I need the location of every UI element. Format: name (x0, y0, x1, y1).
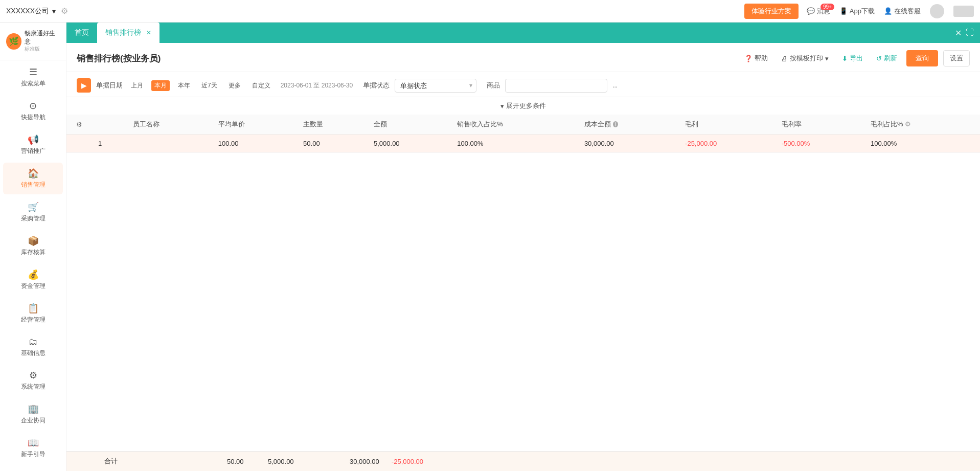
page-header: 销售排行榜(按业务员) ❓ 帮助 🖨 按模板打印 ▾ ⬇ (66, 43, 980, 72)
tab-sales-ranking[interactable]: 销售排行榜 ✕ (97, 23, 159, 43)
cell-rank: 1 (92, 134, 127, 153)
system-icon: ⚙ (29, 370, 37, 381)
tab-home[interactable]: 首页 (66, 23, 97, 43)
sidebar-item-inventory[interactable]: 📦 库存核算 (3, 230, 63, 262)
filter-row-date: ▶ 单据日期 上月 本月 本年 近7天 更多 自定义 2023-06-01 至 … (77, 78, 353, 93)
filter-toggle-btn[interactable]: ▶ (77, 78, 91, 93)
col-settings-icon: ⚙ (76, 121, 82, 128)
page-header-actions: ❓ 帮助 🖨 按模板打印 ▾ ⬇ 导出 ↺ (740, 50, 970, 66)
cell-qty: 50.00 (297, 134, 368, 153)
app-download-btn[interactable]: 📱 App下载 (839, 7, 875, 16)
tab-restore-icon[interactable]: ⛶ (966, 28, 974, 37)
footer-total-label: 合计 (98, 457, 139, 466)
logo-text: 畅康通好生意 (25, 30, 60, 46)
basic-info-icon: 🗂 (29, 337, 38, 347)
finance-icon: 💰 (28, 269, 39, 280)
date-option-custom[interactable]: 自定义 (249, 80, 274, 91)
print-btn[interactable]: 🖨 按模板打印 ▾ (777, 52, 833, 65)
sidebar-item-purchase[interactable]: 🛒 采购管理 (3, 196, 63, 228)
sidebar-item-finance[interactable]: 💰 资金管理 (3, 264, 63, 296)
tab-bar: 首页 销售排行榜 ✕ ✕ ⛶ (66, 23, 980, 43)
cell-gross-rate: -500.00% (776, 134, 864, 153)
sidebar-item-system[interactable]: ⚙ 系统管理 (3, 365, 63, 396)
sidebar-item-marketing[interactable]: 📢 营销推广 (3, 129, 63, 161)
tab-bar-actions: ✕ ⛶ (955, 28, 980, 38)
date-option-7days[interactable]: 近7天 (198, 80, 220, 91)
goods-input[interactable] (505, 79, 607, 93)
export-btn[interactable]: ⬇ 导出 (838, 52, 867, 65)
table-row: 1 100.00 50.00 5,000.00 100.00% 30,000.0… (66, 134, 980, 153)
company-selector[interactable]: XXXXXX公司 ▾ (6, 7, 56, 16)
filter-more-btn[interactable]: ... (612, 82, 618, 89)
date-filter-label: 单据日期 (96, 81, 123, 90)
sidebar-item-label: 采购管理 (21, 214, 45, 223)
col-avg-price: 平均单价 (212, 115, 297, 134)
col-amount: 全额 (368, 115, 451, 134)
cell-settings (66, 134, 92, 153)
col-gross: 毛利 (679, 115, 776, 134)
tab-close-all-icon[interactable]: ✕ (955, 28, 962, 38)
query-btn[interactable]: 查询 (906, 50, 938, 66)
top-bar-right: 💬 消息 99+ 📱 App下载 👤 在线客服 (807, 4, 974, 18)
date-option-last-month[interactable]: 上月 (128, 80, 146, 91)
message-icon: 💬 (807, 7, 815, 15)
gear-icon[interactable]: ⚙ (61, 7, 68, 15)
cell-cost: 30,000.00 (578, 134, 679, 153)
sidebar-item-sales[interactable]: 🏠 销售管理 (3, 163, 63, 194)
cell-avg-price: 100.00 (212, 134, 297, 153)
user-name-placeholder (953, 6, 974, 17)
footer-amount: 5,000.00 (262, 458, 303, 465)
expand-icon: ▾ (500, 102, 504, 110)
date-option-more[interactable]: 更多 (225, 80, 244, 91)
date-option-this-month[interactable]: 本月 (151, 80, 170, 91)
service-icon: 👤 (884, 7, 892, 15)
status-select[interactable]: 单据状态 (395, 79, 476, 93)
data-table: ⚙ 员工名称 平均单价 主数量 全额 销售收入占比% 成本全额 i 毛利 毛 (66, 115, 980, 153)
sidebar-item-label: 搜索菜单 (21, 79, 45, 88)
col-gross-pct-settings-icon[interactable]: ⚙ (905, 120, 911, 128)
quick-nav-icon: ⊙ (29, 100, 37, 111)
tab-close-icon[interactable]: ✕ (146, 29, 151, 36)
help-icon: ❓ (744, 55, 753, 62)
sidebar-item-operations[interactable]: 📋 经营管理 (3, 298, 63, 329)
sidebar-item-enterprise-collab[interactable]: 🏢 企业协同 (3, 398, 63, 430)
sidebar-item-label: 资金管理 (21, 282, 45, 290)
col-rank (92, 115, 127, 134)
page-content: 销售排行榜(按业务员) ❓ 帮助 🖨 按模板打印 ▾ ⬇ (66, 43, 980, 471)
status-filter-label: 单据状态 (363, 81, 390, 90)
settings-btn[interactable]: 设置 (943, 50, 970, 66)
sales-icon: 🏠 (28, 168, 39, 179)
help-btn[interactable]: ❓ 帮助 (740, 52, 772, 65)
industry-btn[interactable]: 体验行业方案 (744, 4, 799, 19)
online-service-btn[interactable]: 👤 在线客服 (884, 7, 921, 16)
footer-qty: 50.00 (221, 458, 262, 465)
marketing-icon: 📢 (28, 134, 39, 145)
refresh-btn[interactable]: ↺ 刷新 (872, 52, 901, 65)
sidebar: 🌿 畅康通好生意 标准版 ☰ 搜索菜单 ⊙ 快捷导航 📢 营销推广 🏠 销售管理… (0, 23, 66, 471)
message-btn[interactable]: 💬 消息 99+ (807, 7, 830, 16)
date-range: 2023-06-01 至 2023-06-30 (281, 81, 353, 90)
sidebar-item-app-center[interactable]: 📱 应用中心 (3, 466, 63, 471)
service-label: 在线客服 (894, 7, 921, 16)
col-settings[interactable]: ⚙ (66, 115, 92, 134)
col-gross-pct: 毛利占比% ⚙ (864, 115, 980, 134)
sidebar-item-label: 营销推广 (21, 147, 45, 155)
print-icon: 🖨 (781, 55, 788, 62)
inventory-icon: 📦 (28, 235, 39, 246)
avatar[interactable] (930, 4, 944, 18)
sidebar-item-quick-nav[interactable]: ⊙ 快捷导航 (3, 95, 63, 127)
page-title: 销售排行榜(按业务员) (77, 53, 161, 64)
sidebar-item-guide[interactable]: 📖 新手引导 (3, 432, 63, 464)
footer-gross: -25,000.00 (385, 458, 429, 465)
cell-gross-pct: 100.00% (864, 134, 980, 153)
col-employee: 员工名称 (127, 115, 212, 134)
sidebar-item-basic-info[interactable]: 🗂 基础信息 (3, 331, 63, 363)
expand-conditions-btn[interactable]: ▾ 展开更多条件 (495, 100, 551, 111)
footer-cost: 30,000.00 (344, 458, 385, 465)
filter-row-goods: 商品 ... (487, 79, 618, 93)
top-bar: XXXXXX公司 ▾ ⚙ 体验行业方案 💬 消息 99+ 📱 App下载 👤 在… (0, 0, 980, 23)
content-area: 首页 销售排行榜 ✕ ✕ ⛶ 销售排行榜(按业务员) ❓ (66, 23, 980, 471)
logo-icon: 🌿 (6, 33, 21, 50)
sidebar-item-search-order[interactable]: ☰ 搜索菜单 (3, 61, 63, 93)
date-option-this-year[interactable]: 本年 (175, 80, 193, 91)
